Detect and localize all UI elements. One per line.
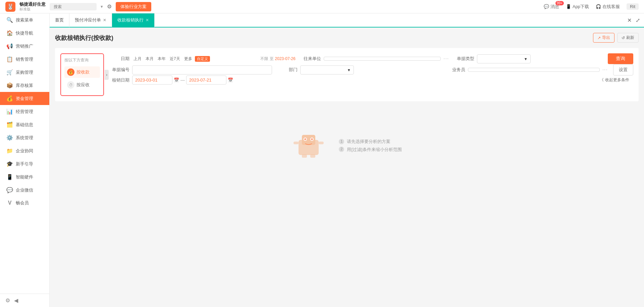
- filter-staff-field: 业务员 ···: [445, 67, 608, 73]
- doctype-select[interactable]: ▾: [477, 54, 531, 63]
- sidebar-item-quick-nav[interactable]: 🏠 快捷导航: [0, 27, 49, 40]
- sidebar-item-system[interactable]: ⚙️ 系统管理: [0, 131, 49, 144]
- sidebar-item-label: 库存核算: [16, 83, 33, 89]
- filter-options-panel: 按以下方查询 💰 按收款 ⏱ 按应收: [60, 53, 104, 96]
- staff-dots-btn[interactable]: ···: [602, 67, 608, 73]
- date-7days-btn[interactable]: 近7天: [168, 55, 181, 62]
- docno-label: 单据编号: [109, 67, 129, 73]
- sidebar-item-marketing[interactable]: 📢 营销推广: [0, 40, 49, 53]
- counterpart-input[interactable]: [324, 57, 441, 61]
- settings-gear-icon[interactable]: ⚙: [107, 3, 112, 10]
- counterpart-dots-btn[interactable]: ···: [443, 56, 449, 62]
- sidebar-item-operations[interactable]: 📊 经营管理: [0, 105, 49, 118]
- filter-row-2: 单据编号 部门 ▾ 业务员 ···: [109, 64, 633, 75]
- tab-collection[interactable]: 收款核销执行 ✕: [112, 13, 155, 27]
- sidebar-item-label: 采购管理: [16, 69, 33, 75]
- chevron-down-icon: ▾: [525, 56, 527, 61]
- date-this-month-btn[interactable]: 本月: [144, 55, 155, 62]
- topbar-right-actions: 💬 消息 99+ 📱 App下载 🎧 在线客服 Rit: [544, 3, 639, 10]
- sidebar-item-inventory[interactable]: 📦 库存核算: [0, 79, 49, 92]
- tab-collection-close-icon[interactable]: ✕: [146, 18, 149, 22]
- filter-left-wrapper: 按以下方查询 💰 按收款 ⏱ 按应收 ›: [60, 53, 104, 96]
- tab-collection-label: 收款核销执行: [117, 17, 144, 23]
- setting-button[interactable]: 设置: [613, 64, 633, 75]
- tab-prepay-close-icon[interactable]: ✕: [103, 18, 106, 22]
- search-icon: 🔍: [6, 17, 13, 23]
- date-end-value: 2023-07-26: [275, 56, 296, 61]
- hardware-icon: 📱: [6, 174, 13, 180]
- empty-tip-1: 1 请先选择要分析的方案: [339, 138, 401, 145]
- topbar: 🐰 畅捷通好生意 标准版 ▾ ⚙ 体验行业方案 💬 消息 99+ 📱 App下载…: [0, 0, 644, 13]
- wechat-icon: 💬: [6, 187, 13, 193]
- topbar-search-input[interactable]: [50, 3, 97, 10]
- headset-icon: 🎧: [596, 4, 601, 9]
- tab-prepay[interactable]: 预付冲应付单 ✕: [69, 13, 112, 27]
- sidebar-collapse-button[interactable]: ◀: [14, 297, 18, 304]
- filter-option-by-receivable[interactable]: ⏱ 按应收: [64, 79, 100, 91]
- dept-select[interactable]: ▾: [300, 65, 354, 74]
- writeoff-date-range: 📅 — 📅: [132, 75, 233, 85]
- filter-option-by-collection[interactable]: 💰 按收款: [64, 66, 100, 78]
- folder-icon: 🗂️: [6, 121, 13, 128]
- filter-date-field: 日期 上月 本月 本年 近7天 更多 自定义: [109, 55, 258, 62]
- staff-label: 业务员: [445, 67, 465, 73]
- sidebar-item-label: 销售管理: [16, 56, 33, 62]
- page-title-text: 收款核销执行(按收款): [55, 34, 113, 42]
- writeoff-date-end-input[interactable]: [186, 75, 226, 85]
- message-icon: 💬: [544, 4, 549, 9]
- writeoff-date-start-input[interactable]: [132, 75, 172, 85]
- filter-left-collapse-button[interactable]: ›: [105, 70, 109, 80]
- message-badge: 99+: [555, 1, 564, 5]
- sidebar-item-vip[interactable]: V 畅会员: [0, 197, 49, 209]
- sidebar-item-label: 基础信息: [16, 122, 33, 128]
- date-this-year-btn[interactable]: 本年: [156, 55, 167, 62]
- close-tab-button[interactable]: ✕: [626, 16, 633, 25]
- svg-rect-6: [293, 142, 299, 144]
- sidebar-item-collab[interactable]: 📁 企业协同: [0, 144, 49, 157]
- filter-doctype-field: 单据类型 ▾: [454, 54, 602, 63]
- sidebar-item-basic[interactable]: 🗂️ 基础信息: [0, 118, 49, 131]
- calendar-end-icon[interactable]: 📅: [228, 78, 233, 83]
- date-last-month-btn[interactable]: 上月: [132, 55, 143, 62]
- app-download-button[interactable]: 📱 App下载: [566, 4, 589, 10]
- search-dropdown-arrow[interactable]: ▾: [101, 4, 103, 9]
- sidebar-item-wechat[interactable]: 💬 企业微信: [0, 184, 49, 197]
- sidebar-item-hardware[interactable]: 📱 智能硬件: [0, 170, 49, 184]
- tabbar-actions: ✕ ⤢: [626, 16, 644, 25]
- brand-name: 畅捷通好生意: [19, 2, 46, 7]
- sidebar-item-label: 经营管理: [16, 109, 33, 115]
- collapse-more-button[interactable]: 《 收起更多条件: [596, 76, 633, 84]
- user-profile[interactable]: Rit: [627, 3, 639, 10]
- sidebar-settings-icon[interactable]: ⚙: [5, 297, 10, 304]
- sidebar-item-label: 企业微信: [16, 187, 33, 193]
- refresh-button[interactable]: ↺ 刷新: [617, 33, 639, 43]
- message-button[interactable]: 💬 消息 99+: [544, 4, 559, 10]
- empty-state: 1 请先选择要分析的方案 2 用[过滤]条件来缩小分析范围: [55, 101, 639, 190]
- sidebar-item-sales[interactable]: 📋 销售管理: [0, 53, 49, 66]
- sidebar-item-guide[interactable]: 🎓 新手引导: [0, 157, 49, 170]
- date-custom-badge[interactable]: 自定义: [195, 56, 210, 62]
- calendar-start-icon[interactable]: 📅: [174, 78, 179, 83]
- sidebar-item-label: 智能硬件: [16, 174, 33, 180]
- docno-input[interactable]: [132, 65, 272, 74]
- filter-fields: 日期 上月 本月 本年 近7天 更多 自定义 不限 至: [109, 53, 633, 96]
- expand-tab-button[interactable]: ⤢: [634, 16, 641, 25]
- filter-docno-field: 单据编号: [109, 65, 272, 74]
- vip-icon: V: [6, 200, 13, 206]
- sidebar-item-finance[interactable]: 💰 资金管理: [0, 92, 49, 105]
- tip-num-2: 2: [339, 147, 344, 152]
- sidebar-item-label: 企业协同: [16, 148, 33, 154]
- date-more-btn[interactable]: 更多: [183, 55, 194, 62]
- box-icon: 📦: [6, 82, 13, 89]
- export-button[interactable]: ↗ 导出: [593, 33, 614, 43]
- online-service-button[interactable]: 🎧 在线客服: [596, 4, 620, 10]
- filter-panel: 按以下方查询 💰 按收款 ⏱ 按应收 ›: [55, 48, 639, 101]
- tab-home[interactable]: 首页: [50, 13, 69, 27]
- sidebar-item-purchase[interactable]: 🛒 采购管理: [0, 66, 49, 79]
- filter-option-receivable-label: 按应收: [76, 82, 90, 88]
- staff-input[interactable]: [468, 68, 599, 72]
- industry-solution-button[interactable]: 体验行业方案: [116, 2, 151, 11]
- date-label: 日期: [109, 56, 129, 62]
- sidebar-item-search[interactable]: 🔍 搜索菜单: [0, 13, 49, 27]
- query-button[interactable]: 查询: [608, 53, 633, 64]
